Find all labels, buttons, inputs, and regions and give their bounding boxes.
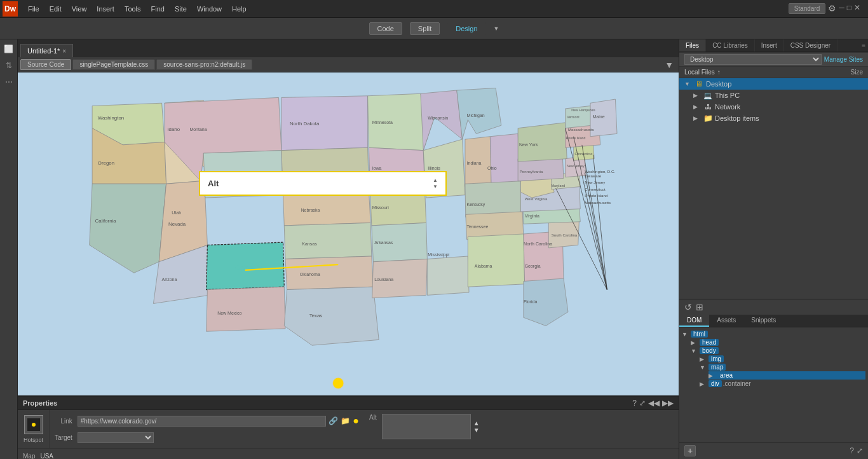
file-tabs-bar: Source Code singlePageTemplate.css sourc…	[18, 57, 679, 72]
filter-icon[interactable]: ▼	[665, 60, 674, 70]
spinner-down-icon[interactable]: ▼	[433, 184, 438, 190]
manage-sites-link[interactable]: Manage Sites	[824, 56, 863, 63]
design-dropdown-icon[interactable]: ▼	[494, 25, 499, 32]
tree-item-desktop[interactable]: ▼ 🖥 Desktop	[679, 78, 868, 90]
svg-text:New Mexico: New Mexico	[217, 311, 241, 315]
split-button[interactable]: Split	[410, 22, 440, 35]
tab-close-icon[interactable]: ×	[62, 48, 66, 55]
svg-text:Oklahoma: Oklahoma	[300, 272, 320, 277]
svg-text:Kansas: Kansas	[302, 242, 317, 246]
right-panel-options[interactable]: ≡	[859, 39, 868, 51]
settings-icon[interactable]: ⚙	[828, 3, 836, 14]
menu-insert[interactable]: Insert	[92, 0, 119, 18]
menu-file[interactable]: File	[23, 0, 44, 18]
dom-node-head[interactable]: ▶ head	[691, 338, 865, 346]
right-expand-icon[interactable]: ⤢	[857, 446, 863, 455]
head-arrow: ▶	[691, 339, 698, 346]
workspace-dropdown[interactable]: Standard	[789, 3, 826, 14]
target-select[interactable]: _blank _self _parent _top	[78, 432, 154, 443]
prop-collapse-r[interactable]: ▶▶	[662, 399, 674, 408]
alt-spinner-up[interactable]: ▲	[473, 420, 480, 427]
assets-tab[interactable]: Assets	[709, 315, 743, 327]
menu-site[interactable]: Site	[170, 0, 192, 18]
dom-node-map[interactable]: ▼ map	[700, 363, 865, 371]
tab-label: Untitled-1*	[27, 47, 60, 55]
maximize-icon[interactable]: □	[847, 3, 851, 14]
svg-text:South Carolina: South Carolina	[552, 233, 578, 237]
tree-item-thispc[interactable]: ▶ 💻 This PC	[688, 90, 868, 101]
dom-tab[interactable]: DOM	[679, 315, 709, 327]
right-panel-tabs: Files CC Libraries Insert CSS Designer ≡	[679, 39, 868, 52]
svg-text:New Jersey: New Jersey	[567, 164, 585, 168]
link-yellow-dot[interactable]: ●	[353, 415, 359, 427]
svg-text:Nevada: Nevada	[168, 221, 186, 227]
new-file-icon[interactable]: ⬜	[2, 42, 16, 56]
dom-node-img[interactable]: ▶ img	[700, 355, 865, 363]
dom-node-div[interactable]: ▶ div .container	[700, 380, 865, 388]
document-tab-bar: Untitled-1* ×	[18, 39, 679, 57]
open-icon[interactable]: ⇅	[2, 58, 16, 72]
js-tab[interactable]: source-sans-pro:n2:default.js	[156, 59, 252, 70]
alt-spinner-down[interactable]: ▼	[473, 427, 480, 434]
add-element-button[interactable]: +	[684, 445, 696, 456]
spinner-up-icon[interactable]: ▲	[433, 177, 438, 184]
prop-expand-icon[interactable]: ⤢	[639, 399, 646, 408]
local-files-sort-icon[interactable]: ↑	[717, 69, 721, 76]
svg-text:Idaho: Idaho	[167, 127, 180, 132]
document-tab[interactable]: Untitled-1* ×	[20, 44, 73, 57]
size-column-header: Size	[851, 69, 863, 76]
tab-cc-libraries[interactable]: CC Libraries	[706, 39, 755, 51]
tab-css-designer[interactable]: CSS Designer	[784, 39, 837, 51]
menu-bar: Dw File Edit View Insert Tools Find Site…	[0, 0, 868, 18]
assets-grid-icon[interactable]: ⊞	[696, 302, 703, 312]
alt-textarea[interactable]	[382, 414, 471, 439]
tree-item-desktop-items[interactable]: ▶ 📁 Desktop items	[688, 113, 868, 124]
alt-input[interactable]	[224, 179, 428, 188]
location-select[interactable]: Desktop	[684, 54, 822, 65]
hotspot-icon-area: Hotspot	[18, 410, 50, 448]
html-tag: html	[691, 331, 708, 338]
minimize-icon[interactable]: ─	[839, 3, 844, 14]
tab-files[interactable]: Files	[679, 39, 706, 51]
close-icon[interactable]: ✕	[854, 3, 860, 14]
menu-view[interactable]: View	[67, 0, 92, 18]
design-button[interactable]: Design	[447, 22, 485, 35]
snippets-tab[interactable]: Snippets	[743, 315, 783, 327]
tree-item-network[interactable]: ▶ 🖧 Network	[688, 101, 868, 113]
menu-help[interactable]: Help	[227, 0, 252, 18]
dom-node-body[interactable]: ▼ body	[691, 346, 865, 355]
prop-fields: Link 🔗 📁 ● Target _blank _self _pare	[50, 410, 364, 448]
desktop-items-icon: 📁	[703, 114, 712, 123]
div-arrow: ▶	[700, 381, 707, 387]
left-sidebar: ⬜ ⇅ ⋯	[0, 39, 18, 459]
menu-window[interactable]: Window	[192, 0, 227, 18]
dom-node-html[interactable]: ▼ html	[682, 330, 865, 338]
svg-marker-14	[285, 256, 373, 290]
alt-label: Alt	[208, 179, 219, 188]
more-icon[interactable]: ⋯	[2, 75, 16, 89]
svg-text:Alabama: Alabama	[475, 264, 492, 268]
css-tab[interactable]: singlePageTemplate.css	[72, 59, 155, 70]
link-browse-icon[interactable]: 🔗	[329, 416, 338, 425]
refresh-icon[interactable]: ↺	[684, 302, 692, 312]
local-files-text: Local Files	[684, 69, 715, 76]
alt-spinners[interactable]: ▲ ▼	[433, 177, 438, 189]
right-panel-toolbar: ↺ ⊞	[679, 299, 868, 315]
svg-text:Delaware: Delaware	[585, 174, 601, 178]
menu-edit[interactable]: Edit	[44, 0, 67, 18]
map-field: Map USA	[18, 448, 679, 459]
code-button[interactable]: Code	[369, 22, 402, 35]
tab-insert[interactable]: Insert	[755, 39, 784, 51]
menu-tools[interactable]: Tools	[119, 0, 146, 18]
properties-title: Properties	[23, 399, 57, 407]
dom-node-area[interactable]: ▶ area	[709, 371, 865, 380]
link-folder-icon[interactable]: 📁	[341, 416, 350, 425]
source-code-tab[interactable]: Source Code	[20, 59, 71, 70]
prop-help-icon[interactable]: ?	[632, 399, 637, 408]
right-help-icon[interactable]: ?	[850, 446, 854, 455]
link-input[interactable]	[78, 416, 327, 427]
svg-text:Kentucky: Kentucky	[467, 202, 485, 207]
div-class: .container	[723, 380, 751, 387]
menu-find[interactable]: Find	[146, 0, 170, 18]
prop-collapse-l[interactable]: ◀◀	[648, 399, 660, 408]
